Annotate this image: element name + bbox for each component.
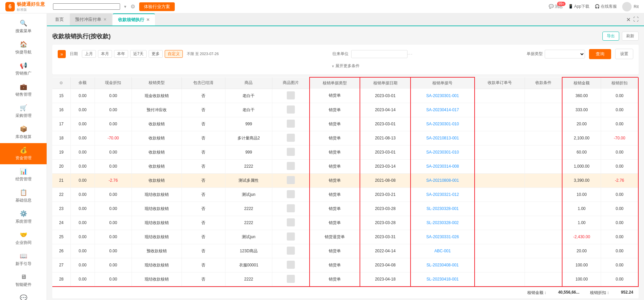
bill-no-link[interactable]: SA-20210808-001 <box>426 178 459 183</box>
date-more-btn[interactable]: 更多 <box>149 50 163 58</box>
bill-no-link[interactable]: SA-20230301-010 <box>426 150 459 155</box>
bill-no-link[interactable]: SA-20230331-026 <box>426 234 459 239</box>
cell-include-settled: 否 <box>182 173 225 187</box>
cell-cancel-type: 现结收款核销 <box>132 230 182 244</box>
bill-no-link[interactable]: SL-20230328-001 <box>426 206 459 211</box>
sidebar-item-inventory[interactable]: 📦 库存核算 <box>0 122 47 143</box>
tab-maximize-icon[interactable]: ⛶ <box>633 16 639 23</box>
cell-goods: 测试jun <box>225 187 272 202</box>
col-goods-img: 商品图片 <box>272 77 310 89</box>
bill-no-link[interactable]: SL-20230328-002 <box>426 220 459 225</box>
col-receipt-condition: 收款条件 <box>525 77 562 89</box>
footer-cancel-discount-value: 952.24 <box>621 290 633 296</box>
sidebar-item-business[interactable]: 📊 经营管理 <box>0 164 47 185</box>
date-this-month-btn[interactable]: 本月 <box>98 50 112 58</box>
search-input[interactable] <box>53 3 120 10</box>
content-area: 首页 预付冲应付单 ✕ 收款核销执行 ✕ ✕ ⛶ 收款核销执行(按收款) 导出 <box>47 13 644 300</box>
export-btn[interactable]: 导出 <box>602 32 619 41</box>
cell-cancel-bill-no: SL-20230328-002 <box>411 216 475 230</box>
sidebar-label-base: 基础信息 <box>15 198 32 203</box>
tab-prepay[interactable]: 预付冲应付单 ✕ <box>70 13 112 26</box>
cell-cancel-type: 预付冲应收 <box>132 103 182 117</box>
sidebar-item-marketing[interactable]: 📢 营销推广 <box>0 58 47 80</box>
col-gear[interactable]: ⚙ <box>52 77 70 89</box>
sidebar-item-base[interactable]: 📋 基础信息 <box>0 185 47 207</box>
col-include-settled: 包含已结清 <box>182 77 225 89</box>
cell-include-settled: 否 <box>182 187 225 202</box>
industry-btn[interactable]: 体验行业方案 <box>139 2 175 11</box>
cell-cancel-amount: 1.00 <box>562 202 601 216</box>
top-bar-right: 💬 消息 99+ 📱 App下载 🎧 在线客服 Rit <box>549 2 639 11</box>
bill-type-select[interactable] <box>545 50 585 58</box>
tab-receipt-close[interactable]: ✕ <box>146 17 150 22</box>
sidebar-item-guide[interactable]: 📖 新手引导 <box>0 249 47 270</box>
filter-more-dots[interactable]: ··· <box>408 52 413 56</box>
bill-no-link[interactable]: SL-20230408-001 <box>426 263 459 267</box>
col-cancel-discount: 核销折扣 <box>601 77 638 89</box>
cell-cash-discount: 0.00 <box>95 216 131 230</box>
sidebar-item-hardware[interactable]: 🖥 智能硬件 <box>0 270 47 291</box>
bill-no-link[interactable]: SA-20230301-001 <box>426 93 459 98</box>
cell-cancel-bill-date: 2023-03-01 <box>360 117 410 131</box>
dropdown-icon[interactable]: ▾ <box>124 4 126 9</box>
notification-icon: 💬 <box>549 4 554 9</box>
footer-cancel-amount-value: 40,556,66... <box>558 290 579 296</box>
sidebar-item-system[interactable]: ⚙️ 系统管理 <box>0 207 47 228</box>
sidebar-item-sales[interactable]: 💼 销售管理 <box>0 80 47 101</box>
refresh-btn[interactable]: 刷新 <box>622 32 639 41</box>
cell-cancel-type: 收款核销 <box>132 159 182 173</box>
sidebar-item-collab[interactable]: 🤝 企业协同 <box>0 228 47 249</box>
tab-home[interactable]: 首页 <box>50 13 69 26</box>
bill-no-link[interactable]: SA-20230321-012 <box>426 192 459 197</box>
cell-goods: 老白干 <box>225 89 272 103</box>
bill-no-link[interactable]: SA-20230414-017 <box>426 108 459 112</box>
date-custom-btn[interactable]: 自定义 <box>165 50 183 58</box>
bill-type-label: 单据类型 <box>527 51 543 57</box>
bill-type-filter: 单据类型 <box>527 50 585 58</box>
cell-goods-img <box>272 145 310 159</box>
date-7days-btn[interactable]: 近7天 <box>130 50 147 58</box>
table-settings-icon[interactable]: ⚙ <box>59 81 63 85</box>
tab-close-icon[interactable]: ✕ <box>626 16 631 23</box>
sidebar-item-quick[interactable]: 🏠 快捷导航 <box>0 37 47 58</box>
expand-conditions-btn[interactable]: ∨ 展开更多条件 <box>332 62 360 70</box>
user-area[interactable]: Rit <box>622 2 639 11</box>
sidebar-label-quick: 快捷导航 <box>15 49 32 55</box>
partner-input[interactable] <box>351 50 408 58</box>
sidebar-item-finance[interactable]: 💰 资金管理 <box>0 143 47 164</box>
filter-collapse-btn[interactable]: » <box>58 50 66 58</box>
table-row: 220.000.00现结收款核销否测试jun销货单2023-03-21SA-20… <box>52 187 638 202</box>
online-service-btn[interactable]: 🎧 在线客服 <box>595 4 617 9</box>
cell-cancel-type: 预收款核销 <box>132 244 182 258</box>
settings-icon[interactable]: ⚙ <box>130 3 135 10</box>
cell-goods-img <box>272 272 310 287</box>
sidebar-item-wechat[interactable]: 💬 企业微信 <box>0 291 47 300</box>
tab-prepay-close[interactable]: ✕ <box>103 17 107 22</box>
cell-cash-discount: -2.76 <box>95 173 131 187</box>
date-this-year-btn[interactable]: 本年 <box>114 50 128 58</box>
tab-receipt[interactable]: 收款核销执行 ✕ <box>113 13 155 26</box>
sidebar-item-purchase[interactable]: 🛒 采购管理 <box>0 101 47 122</box>
bill-no-link[interactable]: SL-20230418-001 <box>426 277 459 282</box>
cell-cancel-bill-date: 2023-03-01 <box>360 145 410 159</box>
cell-cancel-bill-type: 销货单 <box>310 187 360 202</box>
setting-btn[interactable]: 设置 <box>615 49 633 59</box>
query-btn[interactable]: 查询 <box>589 49 611 59</box>
cell-no: 28 <box>52 272 70 287</box>
date-prev-month-btn[interactable]: 上月 <box>82 50 96 58</box>
cell-cancel-bill-type: 销货单 <box>310 244 360 258</box>
cell-balance: 0.00 <box>70 145 95 159</box>
cell-cash-discount: 0.00 <box>95 187 131 202</box>
bill-no-link[interactable]: SA-20210813-001 <box>426 136 459 140</box>
bill-no-link[interactable]: ABC-001 <box>434 249 451 253</box>
app-download-btn[interactable]: 📱 App下载 <box>568 4 589 9</box>
bill-no-link[interactable]: SA-20230314-008 <box>426 164 459 169</box>
bill-no-link[interactable]: SA-20230301-010 <box>426 122 459 126</box>
table-row: 210.00-2.76收款核销否测试多属性销货单2021-08-08SA-202… <box>52 173 638 187</box>
cell-cancel-type: 收款核销 <box>132 145 182 159</box>
cell-cancel-discount: 0.00 <box>601 103 638 117</box>
notification-btn[interactable]: 💬 消息 99+ <box>549 4 563 9</box>
cell-no: 23 <box>52 202 70 216</box>
sidebar-item-search[interactable]: 🔍 搜索菜单 <box>0 16 47 37</box>
search-icon: 🔍 <box>20 19 27 27</box>
